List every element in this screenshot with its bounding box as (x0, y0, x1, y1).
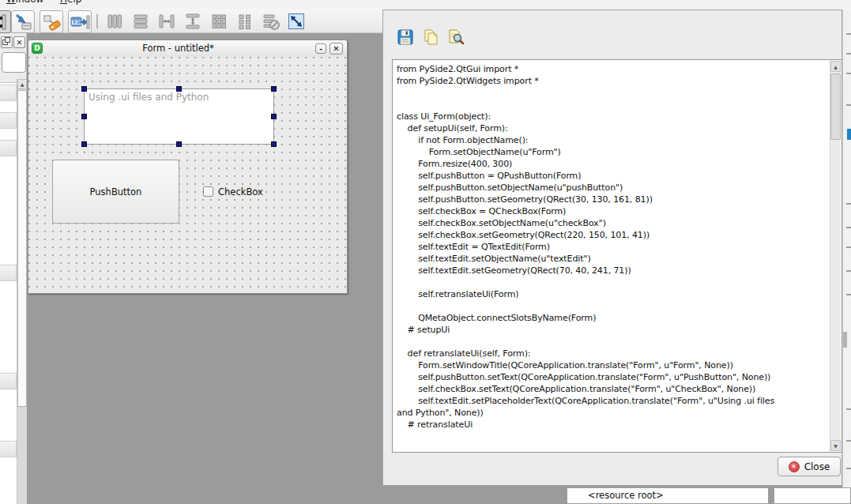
scroll-up-button[interactable]: ▲ (17, 79, 27, 89)
break-layout-button[interactable] (260, 10, 282, 32)
save-icon (396, 28, 415, 50)
checkbox-indicator[interactable] (203, 186, 213, 197)
selection-handle[interactable] (81, 114, 87, 119)
layout-horizontally-splitter-icon (157, 12, 176, 31)
edit-tab-order-button[interactable]: 123 (68, 10, 92, 33)
widget-box-item[interactable] (0, 373, 17, 389)
selected-row-edge (847, 129, 851, 140)
widget-box-item[interactable] (0, 85, 17, 101)
selection-handle[interactable] (271, 86, 277, 92)
close-dialog-button[interactable]: ✕ Close (778, 457, 841, 476)
layout-vertically-button[interactable] (130, 10, 152, 32)
dock-float-button[interactable] (1, 36, 13, 48)
scroll-up-icon: ▲ (834, 64, 838, 70)
form-title-bar[interactable]: D Form - untitled* - ✕ (28, 40, 347, 58)
widget-box-item[interactable] (0, 140, 17, 156)
scroll-up-icon: ▲ (21, 81, 24, 87)
adjust-size-button[interactable] (285, 10, 307, 32)
layout-form-button[interactable] (234, 10, 256, 32)
panel-row-mark (846, 468, 851, 469)
scroll-down-icon: ▼ (834, 443, 838, 449)
form-minimize-button[interactable]: - (315, 43, 326, 54)
panel-row-mark (846, 227, 851, 228)
copy-code-button[interactable] (420, 28, 442, 50)
float-dock-icon (2, 37, 11, 47)
panel-row-mark (846, 53, 851, 55)
code-text[interactable]: from PySide2.QtGui import * from PySide2… (393, 60, 829, 452)
form-window-title: Form - untitled* (44, 40, 312, 57)
designer-form-icon: D (32, 43, 43, 54)
close-button-label: Close (804, 461, 830, 472)
selection-handle[interactable] (176, 141, 182, 147)
layout-vertically-splitter-button[interactable] (182, 10, 204, 32)
resource-browser-panel: <resource root> (567, 487, 769, 504)
checkbox-widget[interactable]: CheckBox (202, 175, 282, 208)
right-panel-edge (842, 9, 851, 504)
selection-handle[interactable] (271, 114, 277, 119)
textedit-widget[interactable]: Using .ui files and Python (84, 88, 274, 145)
edit-signals-slots-icon (13, 13, 32, 32)
panel-row-mark (846, 203, 851, 205)
form-canvas[interactable]: Using .ui files and Python PushButton Ch… (28, 57, 347, 293)
layout-grid-button[interactable] (208, 10, 230, 32)
widget-filter-input[interactable] (2, 52, 26, 73)
view-code-dialog: from PySide2.QtGui import * from PySide2… (382, 9, 842, 486)
edit-widgets-icon (0, 13, 9, 32)
save-code-button[interactable] (394, 28, 416, 50)
code-scrollbar[interactable]: ▲ ▼ (830, 61, 841, 451)
selection-handle[interactable] (81, 141, 87, 147)
code-view[interactable]: from PySide2.QtGui import * from PySide2… (392, 59, 842, 453)
close-red-icon: ✕ (789, 461, 800, 472)
scrollbar-thumb[interactable] (17, 90, 27, 407)
adjust-size-icon (287, 12, 306, 31)
widget-box-scrollbar[interactable]: ▲ (17, 79, 27, 504)
dock-close-button[interactable]: ✕ (13, 36, 25, 48)
widget-box-list[interactable] (0, 82, 17, 504)
selection-handle[interactable] (271, 141, 277, 147)
selection-handle[interactable] (81, 86, 87, 92)
widget-box-item[interactable] (0, 441, 17, 457)
edit-buddies-icon (42, 13, 61, 32)
toolbar-separator (96, 14, 98, 28)
close-icon: ✕ (333, 44, 339, 53)
layout-horizontally-icon (105, 12, 124, 31)
menu-help[interactable]: Help (60, 0, 81, 5)
menu-bar: Window Help (0, 0, 851, 9)
panel-row-mark (846, 33, 851, 35)
find-code-button[interactable] (445, 28, 467, 50)
panel-row-mark (846, 246, 851, 248)
widget-box-item[interactable] (0, 112, 17, 129)
menu-window[interactable]: Window (6, 0, 43, 5)
checkbox-label: CheckBox (218, 186, 263, 197)
layout-vertically-splitter-icon (183, 12, 202, 31)
panel-row-mark (846, 270, 851, 272)
panel-row-mark (846, 104, 851, 106)
panel-row-mark (846, 294, 851, 295)
selection-handle[interactable] (176, 86, 182, 92)
pushbutton-widget[interactable]: PushButton (52, 160, 179, 224)
form-close-button[interactable]: ✕ (329, 43, 343, 55)
break-layout-icon (262, 12, 281, 31)
layout-vertically-icon (131, 12, 150, 31)
panel-row-mark (846, 440, 851, 442)
widget-box-dock: ✕ ▲ (0, 33, 27, 504)
minimize-icon: - (319, 45, 322, 53)
textedit-placeholder: Using .ui files and Python (88, 92, 209, 103)
panel-row-mark (846, 73, 851, 74)
edit-signals-slots-button[interactable] (11, 10, 35, 33)
edit-buddies-button[interactable] (40, 10, 63, 33)
edit-widgets-button[interactable] (0, 10, 11, 33)
widget-box-item[interactable] (0, 265, 17, 281)
copy-icon (421, 28, 440, 50)
pushbutton-label: PushButton (90, 186, 142, 197)
scroll-down-button[interactable]: ▼ (830, 440, 841, 451)
layout-grid-icon (209, 12, 228, 31)
scrollbar-thumb[interactable] (830, 73, 841, 140)
layout-form-icon (235, 12, 254, 31)
layout-horizontally-button[interactable] (104, 10, 126, 32)
scrollbar-edge-fragment (843, 332, 847, 348)
qt-designer-window: Window Help 123 (0, 0, 851, 504)
resource-root-item[interactable]: <resource root> (567, 488, 768, 503)
scroll-up-button[interactable]: ▲ (830, 61, 841, 72)
layout-horizontally-splitter-button[interactable] (156, 10, 178, 32)
